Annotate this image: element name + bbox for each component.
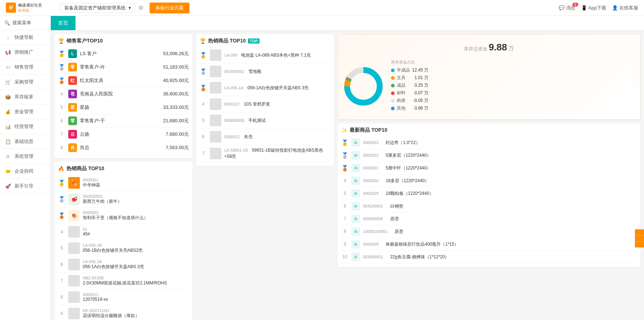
legend-name: 半成品 xyxy=(397,67,410,73)
new-product-row: 7 Ai 000800008 原垄 xyxy=(341,213,637,225)
legend-val: 0.25 万 xyxy=(415,82,429,89)
medal-icon: 🥇 xyxy=(58,180,65,186)
legend-name: 成品 xyxy=(397,82,412,89)
product-name: 45# xyxy=(83,231,189,237)
customer-amount: 33,333.00元 xyxy=(163,104,189,111)
new-product-thumb: Ai xyxy=(351,240,360,249)
donut-chart xyxy=(342,65,385,108)
product-code: 0000030 xyxy=(363,179,379,183)
customer-amount: 36,600.00元 xyxy=(163,91,189,97)
customer-amount: 7,680.00元 xyxy=(166,131,189,138)
phone-icon: 📱 xyxy=(581,5,587,11)
legend-val: -0.05 万 xyxy=(413,98,429,104)
message-button[interactable]: 💬 消息 6 xyxy=(559,5,575,11)
customer-amount: 53,006.26元 xyxy=(163,50,189,57)
sidebar-item-finance[interactable]: 💰 资金管理 xyxy=(0,104,50,119)
rank-num: 9 xyxy=(58,311,65,316)
product-code: 0000032 xyxy=(363,153,379,157)
medal-icon: 🥉 xyxy=(58,212,65,219)
product-row: 6 LA-056-1A 056-1A白色按键开关盖ABS 3壳 xyxy=(58,257,189,273)
sidebar-item-base-info[interactable]: 📋 基础信息 xyxy=(0,134,50,149)
sidebar-item-guide[interactable]: 🚀 新手引导 xyxy=(0,179,50,194)
legend-val: 0.07 万 xyxy=(415,90,429,96)
sidebar-label-sales: 销售管理 xyxy=(15,64,33,70)
app-download-button[interactable]: 📱 App下载 xyxy=(581,5,606,11)
search-menu-item[interactable]: 🔍 搜索菜单 xyxy=(0,16,50,30)
product-code: 0000021 xyxy=(224,135,240,139)
rank-num: 7 xyxy=(58,278,65,283)
customer-name: 零售客户-于 xyxy=(80,118,160,124)
customer-amount: 21,680.00元 xyxy=(163,118,189,124)
product-thumb xyxy=(210,49,221,61)
right-column: 库存总资金 9.88 万 xyxy=(338,34,640,316)
product-thumb xyxy=(210,131,221,143)
sidebar-item-marketing[interactable]: 📢 营销推广 xyxy=(0,45,50,60)
top-sold-title: 🏆 热销商品 TOP10 TOP xyxy=(200,38,330,44)
product-name: 智利车子里（规格不知道填什么） xyxy=(83,215,189,221)
product-name: 电池盖 LA-089 ABS本色+黑种 7.1克 xyxy=(241,53,311,58)
system-selector[interactable]: 装备及固定资产辅助管理系统 ▾ xyxy=(60,3,135,13)
legend-dot xyxy=(391,76,395,80)
home-tab[interactable]: 首页 xyxy=(51,16,76,30)
rank-num: 6 xyxy=(341,204,349,209)
new-product-row: 🥈 Ai 0000032 5厘多层（1220*2440） xyxy=(341,149,637,162)
rank-num: 7 xyxy=(341,216,349,221)
product-info: 0000001 中华神器 xyxy=(83,178,189,188)
product-row: 🥇 🍖 0000001 中华神器 xyxy=(58,175,189,191)
sidebar-item-sales[interactable]: 🏷 销售管理 xyxy=(0,60,50,75)
sidebar-item-quick-nav[interactable]: ⌂ 快捷导航 xyxy=(0,30,50,45)
sidebar-item-inventory[interactable]: 📦 库存核算 xyxy=(0,90,50,104)
top-header: 好 畅捷通好生意 标准版 装备及固定资产辅助管理系统 ▾ ⚙ 体验行业方案 💬 … xyxy=(0,0,644,16)
product-name: 12070519-xs xyxy=(83,297,189,302)
inventory-sub-label: 库存资金占比 xyxy=(391,60,428,65)
customer-badge: 云 xyxy=(68,130,77,139)
product-thumb xyxy=(210,115,221,126)
customer-row: 8 肖 肖总 7,563.00元 xyxy=(58,141,189,155)
legend-item: 肉类 -0.05 万 xyxy=(391,98,428,104)
product-row: 🥈 🥩 000500001 新西兰牛肉（新牛） xyxy=(58,191,189,208)
live-broadcast-button[interactable]: 直播 xyxy=(635,242,644,247)
sidebar-label-finance: 资金管理 xyxy=(15,108,33,115)
sidebar-item-operation[interactable]: 📊 经营管理 xyxy=(0,119,50,134)
sidebar-item-system[interactable]: ⚙ 系统管理 xyxy=(0,149,50,164)
rank-num: 4 xyxy=(58,91,65,97)
product-name: 056-1A白色按键开关盖ABS 3壳 xyxy=(83,264,189,270)
fire-icon: 🔥 xyxy=(58,166,64,172)
legend-item: 成品 0.25 万 xyxy=(391,82,428,89)
customer-service-hotline-button[interactable]: 客服热线 xyxy=(635,229,644,235)
new-product-thumb: Ai xyxy=(351,176,360,185)
search-menu-label: 搜索菜单 xyxy=(12,20,31,26)
service-label: 在线客服 xyxy=(619,5,638,11)
product-name: 10S 变档罗浆 xyxy=(244,102,270,107)
customer-name: 肖总 xyxy=(80,144,163,151)
rank-num: 8 xyxy=(341,229,349,234)
legend-name: 其他 xyxy=(397,105,411,111)
product-row: 5 LA-056-1B 056-1B白色按键开关壳ABS2壳 xyxy=(58,240,189,257)
top-customers-card: 🏆 销售客户TOP10 🥇 L LS 客户 53,006.26元 🥈 零 xyxy=(54,34,192,158)
settings-button[interactable]: ⚙ xyxy=(135,2,147,14)
customer-badge: 红 xyxy=(68,76,77,85)
product-row: 7 NB2.0X30B 2.0X30MM双搓花轴,搓花直径2.1MM/ROHS xyxy=(58,273,189,289)
home-icon: ⌂ xyxy=(4,34,12,41)
legend-dot xyxy=(391,84,395,87)
trial-button[interactable]: 体验行业方案 xyxy=(150,3,189,13)
product-row: 🥉 🍖 0000002 智利车子里（规格不知道填什么） xyxy=(58,208,189,224)
product-code: 0000033 xyxy=(363,140,379,145)
service-community-button[interactable]: 服务社区 xyxy=(635,235,644,242)
sidebar-item-enterprise[interactable]: 🤝 企业协同 xyxy=(0,164,50,179)
sidebar-label-enterprise: 企业协同 xyxy=(15,168,33,175)
product-name: 新西兰牛肉（新牛） xyxy=(83,198,189,205)
product-name: 18颗粒板（1220*2440） xyxy=(386,190,433,197)
online-service-button[interactable]: 👤 在线客服 xyxy=(612,5,638,11)
customer-badge: 星 xyxy=(68,103,77,112)
new-product-row: 4 Ai 0000030 18多层（1220*2440） xyxy=(341,175,637,187)
rank-num: 5 xyxy=(200,118,207,123)
medal-icon: 🥇 xyxy=(341,139,349,146)
product-name: 花语萌恒温分腿睡袋（厚款） xyxy=(83,313,189,319)
product-row: 4 01 45# xyxy=(58,224,189,240)
product-thumb xyxy=(68,259,80,270)
sidebar-item-purchase[interactable]: 🛒 采购管理 xyxy=(0,75,50,90)
product-info: LA-056-1A 056-1A白色按键开关盖ABS 3壳 xyxy=(83,259,189,270)
inventory-label: 库存总资金 xyxy=(464,46,488,52)
logo-sub: 标准版 xyxy=(18,8,42,13)
